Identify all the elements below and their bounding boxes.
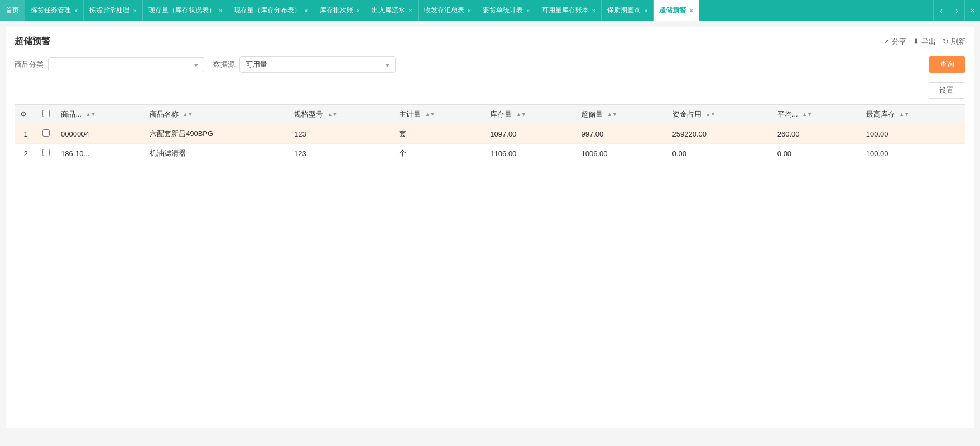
row-checkbox-cell: [37, 124, 55, 144]
nav-next-button[interactable]: ›: [949, 0, 964, 21]
datasource-select[interactable]: 可用量 ▾: [239, 56, 396, 73]
row-number: 2: [15, 144, 37, 163]
th-sku-name[interactable]: 商品名称 ▲▼: [144, 105, 289, 124]
data-table: ⚙ 商品... ▲▼ 商品名称 ▲▼ 规格型号 ▲▼ 主计: [15, 104, 965, 163]
th-capital[interactable]: 资金占用 ▲▼: [667, 105, 772, 124]
nav-tab-summary[interactable]: 收发存汇总表 ×: [419, 0, 477, 21]
header-actions: ↗ 分享 ⬇ 导出 ↻ 刷新: [883, 37, 965, 47]
close-tab-abnormal[interactable]: ×: [133, 7, 136, 14]
cell-max-stock: 100.00: [861, 144, 965, 163]
close-tab-overstock[interactable]: ×: [689, 7, 693, 14]
table-row: 2 186-10... 机油滤清器 123 个 1106.00 1006.00 …: [15, 144, 965, 163]
th-stock[interactable]: 库存量 ▲▼: [484, 105, 575, 124]
nav-close-button[interactable]: ×: [964, 0, 980, 21]
close-tab-flow[interactable]: ×: [409, 7, 412, 14]
page-title: 超储预警: [15, 36, 50, 47]
chevron-down-icon: ▾: [194, 61, 198, 69]
cell-spec: 123: [289, 124, 393, 144]
cell-capital: 259220.00: [667, 124, 772, 144]
datasource-value: 可用量: [246, 60, 267, 70]
th-avg[interactable]: 平均... ▲▼: [772, 105, 861, 124]
close-tab-summary[interactable]: ×: [468, 7, 471, 14]
sort-icon-unit: ▲▼: [425, 112, 435, 117]
datasource-filter: 数据源 可用量 ▾: [213, 56, 396, 73]
category-filter: 商品分类 ▾: [15, 57, 204, 72]
settings-button[interactable]: 设置: [928, 82, 965, 99]
cell-avg: 260.00: [772, 124, 861, 144]
table-row: 1 0000004 六配套新昌490BPG 123 套 1097.00 997.…: [15, 124, 965, 144]
sort-icon-sku-name: ▲▼: [183, 112, 193, 117]
nav-tab-task[interactable]: 拣货任务管理 ×: [25, 0, 84, 21]
sort-icon-overflow: ▲▼: [607, 112, 617, 117]
close-tab-task[interactable]: ×: [74, 7, 78, 14]
cell-sku-name: 六配套新昌490BPG: [144, 124, 289, 144]
close-tab-stock-status[interactable]: ×: [219, 7, 222, 14]
chevron-down-icon-2: ▾: [386, 61, 390, 69]
th-sku-code[interactable]: 商品... ▲▼: [55, 105, 144, 124]
cell-stock: 1106.00: [484, 144, 575, 163]
nav-arrows: ‹ › ×: [933, 0, 980, 21]
share-icon: ↗: [883, 37, 890, 46]
cell-spec: 123: [289, 144, 393, 163]
nav-tab-flow[interactable]: 出入库流水 ×: [366, 0, 418, 21]
row-checkbox[interactable]: [42, 149, 50, 156]
cell-sku-name: 机油滤清器: [144, 144, 289, 163]
close-tab-stock-dist[interactable]: ×: [304, 7, 308, 14]
nav-tab-abnormal[interactable]: 拣货异常处理 ×: [84, 0, 142, 21]
filter-action-buttons: 查询: [929, 56, 965, 73]
category-select[interactable]: ▾: [48, 57, 204, 72]
top-navigation: 首页 拣货任务管理 × 拣货异常处理 × 现存量（库存状况表） × 现存量（库存…: [0, 0, 980, 21]
cell-avg: 0.00: [772, 144, 861, 163]
close-tab-available[interactable]: ×: [592, 7, 595, 14]
th-checkbox: [37, 105, 55, 124]
close-tab-batch[interactable]: ×: [357, 7, 360, 14]
cell-sku-code: 0000004: [55, 124, 144, 144]
nav-tab-home[interactable]: 首页: [0, 0, 25, 21]
nav-prev-button[interactable]: ‹: [933, 0, 949, 21]
export-button[interactable]: ⬇ 导出: [913, 37, 936, 47]
cell-stock: 1097.00: [484, 124, 575, 144]
close-tab-expiry[interactable]: ×: [644, 7, 647, 14]
nav-tab-order-stat[interactable]: 要货单统计表 ×: [477, 0, 536, 21]
share-button[interactable]: ↗ 分享: [883, 37, 906, 47]
nav-tab-expiry[interactable]: 保质期查询 ×: [602, 0, 654, 21]
select-all-checkbox[interactable]: [42, 110, 50, 117]
cell-capital: 0.00: [667, 144, 772, 163]
cell-unit: 套: [393, 124, 484, 144]
th-overflow[interactable]: 超储量 ▲▼: [575, 105, 666, 124]
sort-icon-avg: ▲▼: [802, 112, 812, 117]
datasource-label: 数据源: [213, 60, 235, 70]
row-number: 1: [15, 124, 37, 144]
row-checkbox[interactable]: [42, 129, 50, 137]
cell-unit: 个: [393, 144, 484, 163]
sort-icon-max-stock: ▲▼: [899, 112, 909, 117]
gear-icon[interactable]: ⚙: [20, 110, 29, 119]
nav-tab-overstock[interactable]: 超储预警 ×: [654, 0, 699, 21]
page-header: 超储预警 ↗ 分享 ⬇ 导出 ↻ 刷新: [15, 36, 965, 47]
table-header-row: ⚙ 商品... ▲▼ 商品名称 ▲▼ 规格型号 ▲▼ 主计: [15, 105, 965, 124]
refresh-button[interactable]: ↻ 刷新: [943, 37, 965, 47]
sort-icon-sku-code: ▲▼: [85, 112, 95, 117]
category-label: 商品分类: [15, 60, 44, 70]
cell-overflow: 997.00: [575, 124, 666, 144]
cell-max-stock: 100.00: [861, 124, 965, 144]
filter-row: 商品分类 ▾ 数据源 可用量 ▾ 查询: [15, 56, 965, 73]
cell-sku-code: 186-10...: [55, 144, 144, 163]
nav-tab-batch[interactable]: 库存批次账 ×: [314, 0, 366, 21]
row-checkbox-cell: [37, 144, 55, 163]
th-settings[interactable]: ⚙: [15, 105, 37, 124]
th-max-stock[interactable]: 最高库存 ▲▼: [861, 105, 965, 124]
sort-icon-stock: ▲▼: [516, 112, 526, 117]
nav-tab-stock-dist[interactable]: 现存量（库存分布表） ×: [228, 0, 314, 21]
export-icon: ⬇: [913, 37, 919, 46]
th-spec[interactable]: 规格型号 ▲▼: [289, 105, 393, 124]
th-unit[interactable]: 主计量 ▲▼: [393, 105, 484, 124]
sort-icon-spec: ▲▼: [328, 112, 338, 117]
query-button[interactable]: 查询: [929, 56, 965, 73]
page-container: 超储预警 ↗ 分享 ⬇ 导出 ↻ 刷新 商品分类 ▾ 数据源: [6, 27, 974, 428]
nav-tab-stock-status[interactable]: 现存量（库存状况表） ×: [143, 0, 228, 21]
cell-overflow: 1006.00: [575, 144, 666, 163]
nav-tab-available[interactable]: 可用量库存账本 ×: [536, 0, 602, 21]
close-tab-order-stat[interactable]: ×: [526, 7, 530, 14]
sort-icon-capital: ▲▼: [705, 112, 715, 117]
